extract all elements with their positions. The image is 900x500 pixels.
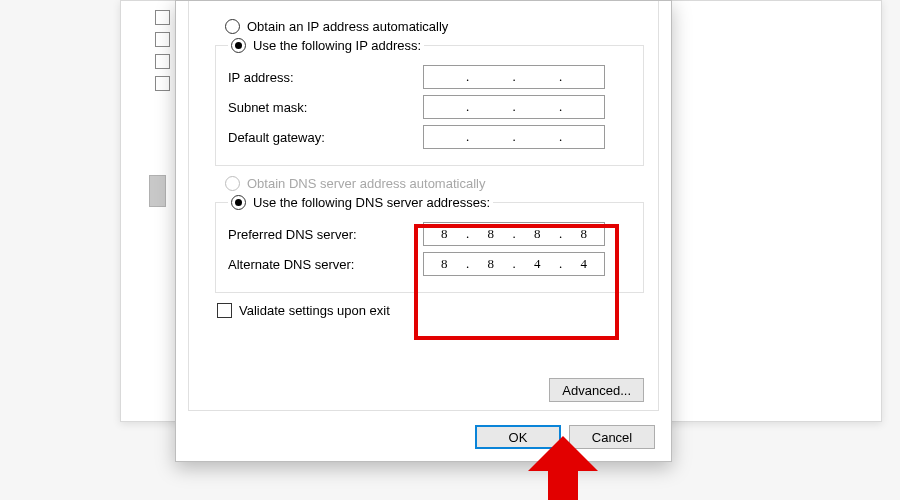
field-alternate-dns: Alternate DNS server: 8. 8. 4. 4 <box>228 252 631 276</box>
cancel-button[interactable]: Cancel <box>569 425 655 449</box>
radio-obtain-dns-auto: Obtain DNS server address automatically <box>225 176 644 191</box>
advanced-button[interactable]: Advanced... <box>549 378 644 402</box>
radio-use-following-dns[interactable]: Use the following DNS server addresses: <box>228 195 493 210</box>
ok-button[interactable]: OK <box>475 425 561 449</box>
dialog-body: Obtain an IP address automatically Use t… <box>188 1 659 411</box>
radio-label: Use the following IP address: <box>253 38 421 53</box>
field-subnet-mask: Subnet mask: . . . <box>228 95 631 119</box>
default-gateway-input[interactable]: . . . <box>423 125 605 149</box>
subnet-mask-input[interactable]: . . . <box>423 95 605 119</box>
radio-icon <box>231 195 246 210</box>
ipv4-properties-dialog: Obtain an IP address automatically Use t… <box>175 0 672 462</box>
dialog-button-row: OK Cancel <box>475 425 655 449</box>
field-default-gateway: Default gateway: . . . <box>228 125 631 149</box>
radio-use-following-ip[interactable]: Use the following IP address: <box>228 38 424 53</box>
checkbox-label: Validate settings upon exit <box>239 303 390 318</box>
radio-icon <box>225 176 240 191</box>
field-label: Preferred DNS server: <box>228 227 423 242</box>
background-strip <box>149 140 178 160</box>
alternate-dns-input[interactable]: 8. 8. 4. 4 <box>423 252 605 276</box>
field-label: Default gateway: <box>228 130 423 145</box>
radio-icon <box>231 38 246 53</box>
checkbox-icon <box>217 303 232 318</box>
group-use-dns: Use the following DNS server addresses: … <box>215 195 644 293</box>
group-use-ip: Use the following IP address: IP address… <box>215 38 644 166</box>
checkbox-validate-settings[interactable]: Validate settings upon exit <box>217 303 644 318</box>
field-ip-address: IP address: . . . <box>228 65 631 89</box>
radio-label: Obtain an IP address automatically <box>247 19 448 34</box>
radio-label: Use the following DNS server addresses: <box>253 195 490 210</box>
field-label: Subnet mask: <box>228 100 423 115</box>
ip-address-input[interactable]: . . . <box>423 65 605 89</box>
preferred-dns-input[interactable]: 8. 8. 8. 8 <box>423 222 605 246</box>
radio-obtain-ip-auto[interactable]: Obtain an IP address automatically <box>225 19 644 34</box>
radio-label: Obtain DNS server address automatically <box>247 176 485 191</box>
field-label: Alternate DNS server: <box>228 257 423 272</box>
field-preferred-dns: Preferred DNS server: 8. 8. 8. 8 <box>228 222 631 246</box>
field-label: IP address: <box>228 70 423 85</box>
background-checkbox-column <box>149 8 178 78</box>
radio-icon <box>225 19 240 34</box>
